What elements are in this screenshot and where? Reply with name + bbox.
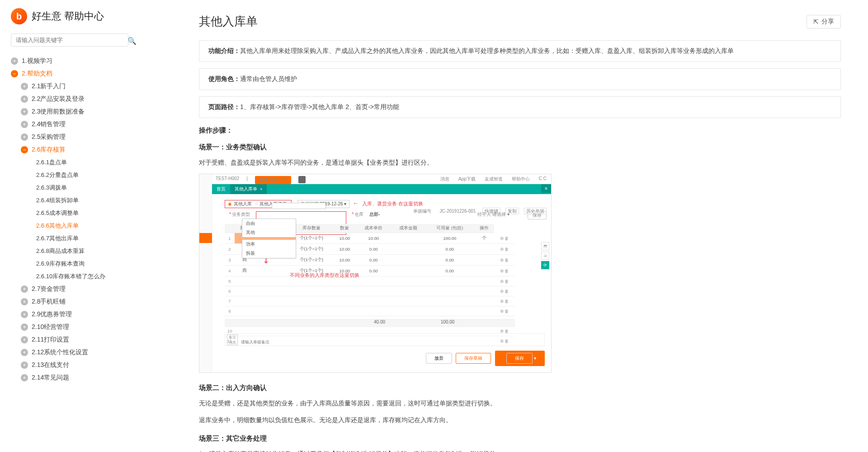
scr-topbar: TEST-H002 | 我要购买一下 C C 帮助中心 友成智造 App下载 消… xyxy=(212,174,551,184)
nav-item-label: 2.7资金管理 xyxy=(32,285,66,293)
scr-top-save-button: 保存 xyxy=(528,211,547,219)
plus-icon[interactable]: + xyxy=(21,336,28,343)
plus-icon[interactable]: + xyxy=(21,324,28,331)
scene2-title: 场景二：出入方向确认 xyxy=(199,384,841,392)
nav-item-label: 2.6.9库存账本查询 xyxy=(36,260,85,268)
role-block: 使用角色：通常由仓管人员维护 xyxy=(199,68,841,90)
nav-item-label: 2.6.4组装拆卸单 xyxy=(36,196,79,205)
scr-remark-icon: 备注信息 xyxy=(227,334,238,345)
nav-item[interactable]: +2.11打印设置 xyxy=(11,333,143,346)
plus-icon[interactable]: + xyxy=(21,349,28,356)
nav-item-label: 2.2产品安装及登录 xyxy=(32,95,85,103)
nav-item-label: 2.13在线支付 xyxy=(32,361,69,369)
nav-item[interactable]: +2.7资金管理 xyxy=(11,283,143,295)
path-label: 页面路径： xyxy=(208,103,240,110)
scr-type-label: 业务类型 xyxy=(232,212,250,217)
nav-item[interactable]: 2.6.2分量盘点单 xyxy=(11,169,143,181)
nav-item[interactable]: 2.6.6其他入库单 xyxy=(11,219,143,232)
nav-item[interactable]: −2.6库存核算 xyxy=(11,143,143,156)
scene1-text: 对于受赠、盘盈或是拆装入库等不同的业务，是通过单据头【业务类型】进行区分。 xyxy=(199,157,841,168)
nav-item-label: 2.6.6其他入库单 xyxy=(36,222,79,230)
nav-item-label: 2.12系统个性化设置 xyxy=(32,348,88,357)
scene3-title: 场景三：其它业务处理 xyxy=(199,434,841,443)
plus-icon[interactable]: + xyxy=(21,83,28,90)
nav-item[interactable]: +2.5采购管理 xyxy=(11,131,143,143)
nav-item[interactable]: +2.13在线支付 xyxy=(11,359,143,371)
nav-item[interactable]: 2.6.5成本调整单 xyxy=(11,207,143,219)
plus-icon[interactable]: + xyxy=(21,362,28,369)
share-label: 分享 xyxy=(821,18,834,26)
steps-label: 操作步骤： xyxy=(199,126,841,135)
plus-icon[interactable]: + xyxy=(21,95,28,103)
nav-item[interactable]: +2.9优惠券管理 xyxy=(11,308,143,321)
scene3-p1: 1、赠品入库的商品直接转为销售。通过工具栏【复制/复制为销货单】功能，将单据信息… xyxy=(199,448,841,452)
nav-item-label: 2.6.10库存账本错了怎么办 xyxy=(36,272,105,281)
scene1-title: 场景一：业务类型确认 xyxy=(199,143,841,152)
nav-item-label: 2.6库存核算 xyxy=(32,146,66,154)
plus-icon[interactable]: + xyxy=(21,133,28,141)
plus-icon[interactable]: + xyxy=(21,285,28,293)
search-icon[interactable]: 🔍 xyxy=(127,37,137,45)
plus-icon[interactable]: + xyxy=(21,298,28,305)
scr-dd-4: 拆装 xyxy=(242,249,296,258)
scr-link-3: 帮助中心 xyxy=(512,176,530,182)
scr-link-2: 友成智造 xyxy=(485,176,503,182)
scr-tab-close-icon: × xyxy=(260,187,262,191)
scr-arrow-icon: ← xyxy=(353,200,359,207)
scr-handler: 经手人 请选择 ▾ xyxy=(477,211,509,218)
nav-item[interactable]: −2.帮助文档 xyxy=(11,67,143,80)
nav-item[interactable]: +1.视频学习 xyxy=(11,55,143,67)
scr-sidebar xyxy=(199,174,212,372)
nav-item[interactable]: +2.14常见问题 xyxy=(11,371,143,384)
nav-item[interactable]: +2.8手机旺铺 xyxy=(11,295,143,308)
embedded-screenshot: TEST-H002 | 我要购买一下 C C 帮助中心 友成智造 App下载 消… xyxy=(199,174,552,373)
scene2-p1: 无论是受赠，还是其他类型的业务，由于入库商品质量等原因，需要退回，这时可通过单据… xyxy=(199,398,841,409)
role-text: 通常由仓管人员维护 xyxy=(240,75,297,82)
search-input[interactable] xyxy=(11,33,128,47)
scr-save-button: 保存 ▾ xyxy=(495,351,545,366)
minus-icon[interactable]: − xyxy=(21,146,28,153)
nav-item[interactable]: +2.1新手入门 xyxy=(11,80,143,93)
content-section: 操作步骤： 场景一：业务类型确认 对于受赠、盘盈或是拆装入库等不同的业务，是通过… xyxy=(199,126,841,452)
role-label: 使用角色： xyxy=(208,75,240,82)
nav-item[interactable]: +2.12系统个性化设置 xyxy=(11,346,143,359)
path-text: 1、库存核算->库存管理->其他入库单 2、首页->常用功能 xyxy=(240,103,399,110)
scr-warehouse-value: 总部- xyxy=(369,212,380,217)
brand-logo: b xyxy=(11,8,27,24)
plus-icon[interactable]: + xyxy=(21,121,28,128)
scr-side-tools: ⬒ ⇲ ⟳ xyxy=(541,242,549,271)
nav-item[interactable]: 2.6.1盘点单 xyxy=(11,156,143,169)
nav-item-label: 2.10经营管理 xyxy=(32,323,69,331)
nav-item[interactable]: 2.6.8商品成本重算 xyxy=(11,245,143,257)
nav-item[interactable]: +2.10经营管理 xyxy=(11,321,143,333)
scr-tab-active-label: 其他入库单 xyxy=(235,186,257,191)
sidebar: b 好生意 帮助中心 🔍 +1.视频学习−2.帮助文档+2.1新手入门+2.2产… xyxy=(0,0,154,452)
nav-item-label: 2.1新手入门 xyxy=(32,82,66,90)
plus-icon[interactable]: + xyxy=(21,311,28,318)
scr-navbar: 首页 其他入库单× ≡ xyxy=(212,184,551,194)
plus-icon[interactable]: + xyxy=(21,374,28,381)
minus-icon[interactable]: − xyxy=(11,70,18,77)
nav-item-label: 2.6.3调拨单 xyxy=(36,184,67,192)
scr-total-row: 40.00 100.00 xyxy=(225,319,515,327)
plus-icon[interactable]: + xyxy=(21,108,28,115)
nav-item[interactable]: +2.3使用前数据准备 xyxy=(11,105,143,118)
plus-icon[interactable]: + xyxy=(11,57,18,65)
nav-item[interactable]: 2.6.3调拨单 xyxy=(11,181,143,194)
nav-item-label: 2.6.8商品成本重算 xyxy=(36,247,85,255)
intro-label: 功能介绍： xyxy=(208,47,240,54)
scr-account: TEST-H002 xyxy=(216,176,239,181)
nav-item[interactable]: +2.4销售管理 xyxy=(11,118,143,131)
share-button[interactable]: ⇱ 分享 xyxy=(807,15,841,29)
nav-item[interactable]: +2.2产品安装及登录 xyxy=(11,93,143,105)
scr-remark-input xyxy=(241,340,377,344)
nav-item[interactable]: 2.6.10库存账本错了怎么办 xyxy=(11,270,143,283)
nav-item[interactable]: 2.6.4组装拆卸单 xyxy=(11,194,143,207)
nav-item[interactable]: 2.6.7其他出库单 xyxy=(11,232,143,245)
main-content: 其他入库单 ⇱ 分享 功能介绍：其他入库单用来处理除采购入库、产成品入库之外的其… xyxy=(154,0,868,452)
scr-buy-button: 我要购买一下 xyxy=(255,176,291,184)
intro-block: 功能介绍：其他入库单用来处理除采购入库、产成品入库之外的其他入库业务，因此其他入… xyxy=(199,40,841,62)
scr-link-1: App下载 xyxy=(458,176,476,182)
nav-item[interactable]: 2.6.9库存账本查询 xyxy=(11,257,143,270)
scr-tab-active: 其他入库单× xyxy=(230,184,267,194)
